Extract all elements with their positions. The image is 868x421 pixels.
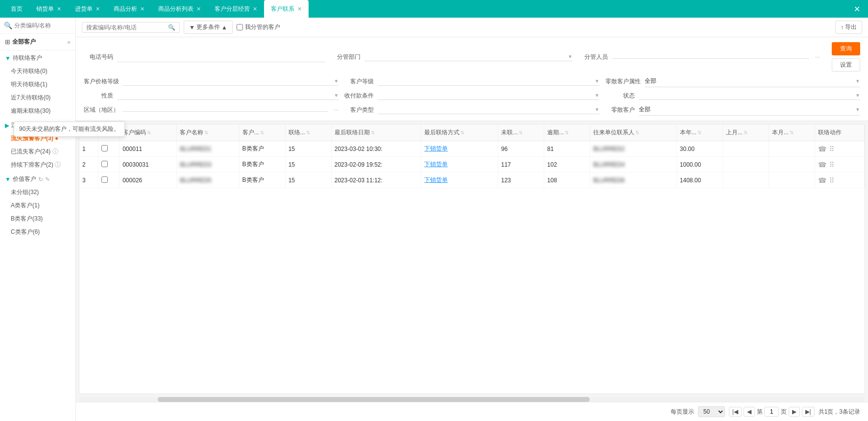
- region-dots[interactable]: ···: [334, 106, 338, 113]
- search-box[interactable]: 🔍: [82, 22, 180, 33]
- more-actions-icon[interactable]: ⠿: [829, 145, 834, 153]
- sidebar-item-today[interactable]: 今天待联络(0): [0, 65, 75, 78]
- edit-icon[interactable]: ✎: [45, 176, 50, 183]
- search-icon[interactable]: 🔍: [168, 24, 175, 31]
- tab-close-purchase[interactable]: ✕: [96, 6, 100, 12]
- tab-customer-tier[interactable]: 客户分层经营 ✕: [208, 0, 264, 18]
- export-btn[interactable]: ↑ 导出: [835, 21, 862, 34]
- phone-input[interactable]: [117, 52, 325, 62]
- region-select[interactable]: [123, 108, 328, 112]
- sidebar-item-type-c[interactable]: C类客户(6): [0, 225, 75, 239]
- sidebar-item-type-b[interactable]: B类客户(33): [0, 212, 75, 225]
- col-person[interactable]: 往来单位联系人⇅: [590, 124, 677, 141]
- col-this-month[interactable]: 本月...⇅: [769, 124, 815, 141]
- settings-btn[interactable]: 设置: [832, 58, 860, 72]
- col-contact[interactable]: 联络...⇅: [285, 124, 331, 141]
- tab-home[interactable]: 首页: [4, 0, 29, 18]
- table-wrapper[interactable]: ⚙ 客户编码⇅ 客户名称⇅ 客户...⇅ 联络...⇅ 最后联络日期⇅ 最后联络…: [79, 124, 865, 394]
- sidebar-item-overdue[interactable]: 逾期未联络(30): [0, 104, 75, 118]
- level-select[interactable]: ▼: [378, 77, 599, 86]
- more-actions-icon[interactable]: ⠿: [829, 161, 834, 169]
- payment-select[interactable]: ▼: [378, 91, 599, 100]
- sidebar-search-input[interactable]: [14, 22, 72, 29]
- sort-icon4: ⇅: [306, 130, 310, 135]
- col-name[interactable]: 客户名称⇅: [177, 124, 239, 141]
- row-last-method[interactable]: 下销货单: [421, 173, 498, 188]
- col-last-method[interactable]: 最后联络方式⇅: [421, 124, 498, 141]
- sidebar-group-header-value[interactable]: ▼ 价值客户 ↻ ✎: [0, 173, 75, 186]
- tab-close-analysis[interactable]: ✕: [140, 6, 145, 12]
- more-dots[interactable]: ···: [815, 53, 820, 60]
- sidebar-search-box[interactable]: 🔍: [0, 18, 75, 34]
- row-checkbox[interactable]: [98, 173, 120, 188]
- customer-type-select[interactable]: ▼: [378, 105, 599, 114]
- tab-purchase[interactable]: 进货单 ✕: [68, 0, 107, 18]
- row-name: BLURRED3: [177, 157, 239, 173]
- tab-customer-contact[interactable]: 客户联系 ✕: [264, 0, 309, 18]
- prev-page-btn[interactable]: ◀: [744, 407, 755, 417]
- col-code[interactable]: 客户编码⇅: [120, 124, 177, 141]
- tab-analysis-list[interactable]: 商品分析列表 ✕: [151, 0, 208, 18]
- tab-close-customer-tier[interactable]: ✕: [253, 6, 257, 12]
- sidebar-item-churned[interactable]: 已流失客户(24) ⓘ: [0, 145, 75, 158]
- query-btn[interactable]: 查询: [832, 42, 860, 55]
- col-type[interactable]: 客户...⇅: [239, 124, 285, 141]
- sidebar-item-type-a[interactable]: A类客户(1): [0, 199, 75, 212]
- row-checkbox[interactable]: [98, 141, 120, 157]
- tab-close-sales[interactable]: ✕: [57, 6, 61, 12]
- my-customers-checkbox-label[interactable]: 我分管的客户: [237, 23, 280, 31]
- gender-select[interactable]: ▼: [117, 91, 338, 100]
- horizontal-scrollbar[interactable]: [79, 397, 865, 402]
- contact-icon[interactable]: ☎: [818, 161, 826, 169]
- col-year[interactable]: 本年...⇅: [676, 124, 723, 141]
- col-last-date[interactable]: 最后联络日期⇅: [331, 124, 421, 141]
- sidebar-group-header-pending[interactable]: ▼ 待联络客户: [0, 51, 75, 65]
- chevron-down7-icon: ▼: [855, 93, 860, 98]
- refresh-icon[interactable]: ↻: [38, 176, 43, 183]
- collapse-icon[interactable]: «: [67, 39, 71, 46]
- contact-icon[interactable]: ☎: [818, 145, 826, 153]
- status-select[interactable]: ▼: [639, 91, 860, 100]
- sidebar-all-customers[interactable]: ⊞ 全部客户 «: [0, 34, 75, 50]
- first-page-btn[interactable]: |◀: [729, 407, 742, 417]
- retail-attr-select[interactable]: 全部 ▼: [645, 75, 860, 87]
- col-last-month[interactable]: 上月...⇅: [723, 124, 769, 141]
- contact-icon[interactable]: ☎: [818, 176, 826, 184]
- sidebar-item-tomorrow[interactable]: 明天待联络(1): [0, 78, 75, 91]
- tab-close-customer-contact[interactable]: ✕: [297, 6, 302, 12]
- my-customers-checkbox[interactable]: [237, 24, 243, 30]
- search-input[interactable]: [86, 24, 166, 31]
- tab-analysis[interactable]: 商品分析 ✕: [107, 0, 151, 18]
- filter-retail-customer: 零散客户 全部 ▼: [605, 104, 860, 116]
- per-page-select[interactable]: 50 100 200: [698, 406, 725, 417]
- sort-icon3: ⇅: [260, 130, 264, 135]
- more-actions-icon[interactable]: ⠿: [829, 176, 834, 184]
- tab-close-analysis-list[interactable]: ✕: [196, 6, 201, 12]
- row-checkbox[interactable]: [98, 157, 120, 173]
- payment-label: 收付款条件: [344, 92, 374, 100]
- grid-icon: ⊞: [5, 38, 10, 46]
- sort-icon7: ⇅: [519, 130, 523, 135]
- price-label: 客户价格等级: [84, 77, 119, 86]
- next-page-btn[interactable]: ▶: [789, 407, 800, 417]
- row-contact: 15: [285, 173, 331, 188]
- sidebar-item-ungrouped[interactable]: 未分组(32): [0, 186, 75, 199]
- last-page-btn[interactable]: ▶|: [802, 407, 815, 417]
- tab-sales[interactable]: 销货单 ✕: [29, 0, 68, 18]
- col-unlinked[interactable]: 未联...⇅: [498, 124, 544, 141]
- sidebar-item-declining[interactable]: 持续下滑客户(2) ⓘ: [0, 158, 75, 172]
- horizontal-scrollbar-thumb[interactable]: [158, 397, 590, 402]
- retail-customer-select[interactable]: 全部 ▼: [639, 104, 860, 116]
- row-unlinked: 123: [498, 173, 544, 188]
- window-close-button[interactable]: ✕: [850, 2, 864, 16]
- col-overdue[interactable]: 逾期...⇅: [544, 124, 590, 141]
- row-last-method[interactable]: 下销货单: [421, 141, 498, 157]
- more-conditions-btn[interactable]: ▼ 更多条件 ▲: [184, 21, 233, 34]
- person-select[interactable]: [612, 55, 809, 59]
- price-select[interactable]: ▼: [123, 77, 338, 86]
- page-input[interactable]: [764, 407, 779, 417]
- level-label: 客户等级: [344, 77, 374, 86]
- sidebar-item-7days[interactable]: 近7天待联络(0): [0, 91, 75, 104]
- row-last-method[interactable]: 下销货单: [421, 157, 498, 173]
- dept-select[interactable]: ▼: [364, 52, 573, 61]
